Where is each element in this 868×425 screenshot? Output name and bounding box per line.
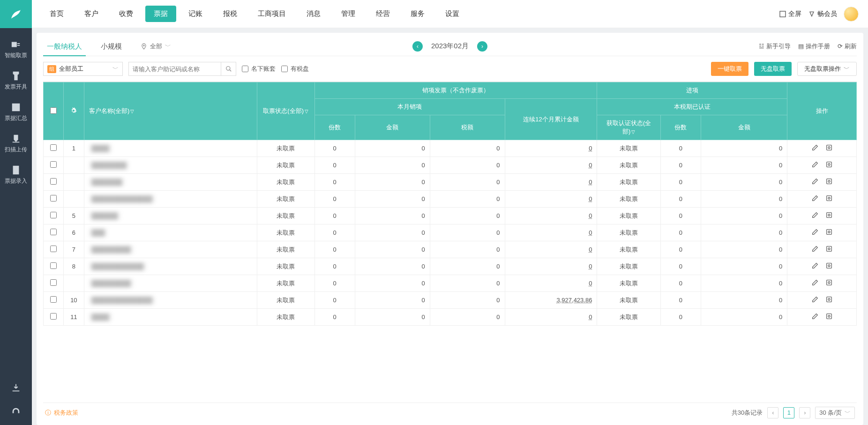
prev-page-button[interactable]: ‹ bbox=[767, 407, 778, 418]
fullscreen-button[interactable]: 全屏 bbox=[779, 10, 801, 18]
sidebar-item-0[interactable]: 智能取票 bbox=[0, 35, 32, 66]
row-checkbox[interactable] bbox=[50, 262, 57, 269]
nav-item-4[interactable]: 记账 bbox=[180, 6, 211, 22]
view-icon[interactable] bbox=[825, 194, 833, 203]
view-icon[interactable] bbox=[825, 228, 833, 237]
nav-item-1[interactable]: 客户 bbox=[76, 6, 107, 22]
view-icon[interactable] bbox=[825, 313, 833, 321]
sidebar-item-2[interactable]: 票据汇总 bbox=[0, 97, 32, 129]
nav-item-8[interactable]: 管理 bbox=[333, 6, 364, 22]
settings-column[interactable] bbox=[64, 82, 84, 140]
view-icon[interactable] bbox=[825, 296, 833, 305]
edit-icon[interactable] bbox=[811, 279, 819, 288]
nav-item-10[interactable]: 服务 bbox=[402, 6, 433, 22]
page-number[interactable]: 1 bbox=[783, 407, 794, 418]
col-cert-status[interactable]: 获取认证状态(全部)▽ bbox=[597, 115, 660, 140]
nav-item-7[interactable]: 消息 bbox=[298, 6, 329, 22]
edit-icon[interactable] bbox=[811, 296, 819, 305]
no-disk-fetch-button[interactable]: 无盘取票 bbox=[754, 62, 792, 76]
edit-icon[interactable] bbox=[811, 211, 819, 220]
cell-tax: 0 bbox=[430, 292, 505, 309]
row-checkbox[interactable] bbox=[50, 178, 57, 185]
cell-12m[interactable]: 0 bbox=[505, 275, 597, 292]
nav-item-11[interactable]: 设置 bbox=[437, 6, 468, 22]
search-input[interactable] bbox=[129, 66, 221, 73]
svg-point-26 bbox=[828, 315, 830, 317]
cell-12m[interactable]: 0 bbox=[505, 309, 597, 326]
next-month-button[interactable]: › bbox=[477, 41, 487, 52]
cell-12m[interactable]: 0 bbox=[505, 140, 597, 157]
view-icon[interactable] bbox=[825, 245, 833, 254]
nav-item-2[interactable]: 收费 bbox=[111, 6, 142, 22]
edit-icon[interactable] bbox=[811, 194, 819, 203]
edit-icon[interactable] bbox=[811, 228, 819, 237]
row-checkbox[interactable] bbox=[50, 246, 57, 252]
view-icon[interactable] bbox=[825, 211, 833, 220]
cell-12m[interactable]: 0 bbox=[505, 258, 597, 275]
tax-policy-link[interactable]: ⓘ 税务政策 bbox=[45, 409, 78, 417]
one-click-fetch-button[interactable]: 一键取票 bbox=[711, 62, 748, 76]
cell-12m[interactable]: 0 bbox=[505, 224, 597, 241]
member-button[interactable]: 畅会员 bbox=[808, 10, 837, 18]
edit-icon[interactable] bbox=[811, 178, 819, 186]
cell-12m[interactable]: 0 bbox=[505, 157, 597, 174]
view-icon[interactable] bbox=[825, 262, 833, 271]
info-icon: ⓘ bbox=[45, 409, 51, 417]
view-icon[interactable] bbox=[825, 144, 833, 153]
row-checkbox[interactable] bbox=[50, 195, 57, 201]
tab-1[interactable]: 小规模 bbox=[97, 37, 126, 56]
cell-customer: ███████ bbox=[84, 174, 257, 191]
cell-12m[interactable]: 0 bbox=[505, 241, 597, 258]
manual-link[interactable]: ▤操作手册 bbox=[798, 42, 830, 51]
cell-12m[interactable]: 0 bbox=[505, 191, 597, 208]
nav-item-9[interactable]: 经营 bbox=[367, 6, 398, 22]
cell-12m[interactable]: 3,927,423.86 bbox=[505, 292, 597, 309]
cell-12m[interactable]: 0 bbox=[505, 208, 597, 224]
row-checkbox[interactable] bbox=[50, 144, 57, 151]
view-icon[interactable] bbox=[825, 178, 833, 186]
per-page-select[interactable]: 30 条/页﹀ bbox=[815, 407, 855, 419]
prev-month-button[interactable]: ‹ bbox=[412, 41, 423, 52]
edit-icon[interactable] bbox=[811, 161, 819, 170]
select-all-checkbox[interactable] bbox=[50, 107, 57, 114]
row-checkbox[interactable] bbox=[50, 212, 57, 218]
edit-icon[interactable] bbox=[811, 245, 819, 254]
row-checkbox[interactable] bbox=[50, 279, 57, 286]
row-index bbox=[64, 275, 84, 292]
sidebar-support[interactable] bbox=[0, 402, 32, 425]
nav-item-5[interactable]: 报税 bbox=[215, 6, 246, 22]
sidebar-item-3[interactable]: 扫描上传 bbox=[0, 129, 32, 160]
row-checkbox[interactable] bbox=[50, 161, 57, 168]
view-icon[interactable] bbox=[825, 161, 833, 170]
employee-select[interactable]: 组 全部员工 ﹀ bbox=[43, 62, 123, 76]
edit-icon[interactable] bbox=[811, 313, 819, 321]
next-page-button[interactable]: › bbox=[799, 407, 810, 418]
cell-12m[interactable]: 0 bbox=[505, 174, 597, 191]
sidebar-item-1[interactable]: 发票开具 bbox=[0, 66, 32, 97]
row-checkbox[interactable] bbox=[50, 313, 57, 320]
edit-icon[interactable] bbox=[811, 262, 819, 271]
user-avatar[interactable] bbox=[844, 7, 859, 22]
col-fetch-status[interactable]: 取票状态(全部)▽ bbox=[257, 82, 314, 140]
tab-0[interactable]: 一般纳税人 bbox=[43, 37, 86, 56]
row-checkbox[interactable] bbox=[50, 296, 57, 303]
under-account-checkbox[interactable]: 名下账套 bbox=[242, 65, 276, 73]
view-icon[interactable] bbox=[825, 279, 833, 288]
nav-item-3[interactable]: 票据 bbox=[145, 6, 176, 22]
sidebar-download[interactable] bbox=[0, 378, 32, 402]
has-disk-checkbox[interactable]: 有税盘 bbox=[281, 65, 309, 73]
edit-icon[interactable] bbox=[811, 144, 819, 153]
col-customer[interactable]: 客户名称(全部)▽ bbox=[84, 82, 257, 140]
row-index: 6 bbox=[64, 224, 84, 241]
region-selector[interactable]: 全部 ﹀ bbox=[141, 42, 171, 51]
guide-link[interactable]: ☳新手引导 bbox=[759, 42, 791, 51]
no-disk-ops-button[interactable]: 无盘取票操作﹀ bbox=[797, 62, 857, 76]
nav-item-0[interactable]: 首页 bbox=[41, 6, 72, 22]
customer-search bbox=[128, 62, 236, 76]
search-button[interactable] bbox=[221, 62, 236, 76]
nav-item-6[interactable]: 工商项目 bbox=[249, 6, 294, 22]
refresh-link[interactable]: ⟳刷新 bbox=[838, 42, 857, 51]
data-table-wrapper[interactable]: 客户名称(全部)▽ 取票状态(全部)▽ 销项发票（不含作废票） 进项 操作 本月… bbox=[43, 82, 857, 403]
row-checkbox[interactable] bbox=[50, 229, 57, 235]
sidebar-item-4[interactable]: 票据录入 bbox=[0, 160, 32, 192]
